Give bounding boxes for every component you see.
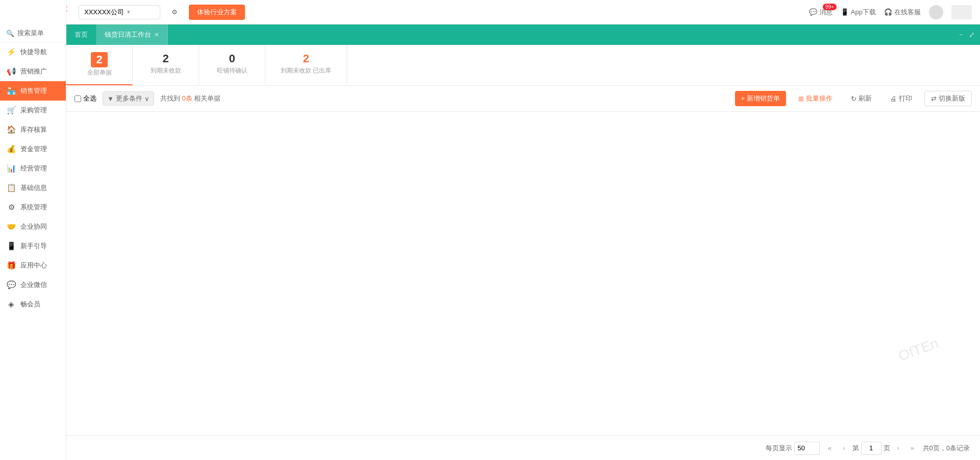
batch-icon: ⊞ <box>798 95 804 103</box>
sidebar-item-label: 营销推广 <box>20 67 47 76</box>
sidebar-item-cooperation[interactable]: 🤝企业协同 <box>0 217 66 236</box>
sidebar-item-sales[interactable]: 🏪销售管理 <box>0 81 66 101</box>
select-all-input[interactable] <box>75 95 81 102</box>
stat-label: 旺铺待确认 <box>217 66 248 75</box>
sidebar: 🔍 搜索菜单 ⚡快捷导航📢营销推广🏪销售管理🛒采购管理🏠库存核算💰资金管理📊经营… <box>0 0 66 460</box>
sidebar-item-label: 新手引导 <box>20 241 47 251</box>
sidebar-item-label: 畅会员 <box>20 300 40 309</box>
next-page-button[interactable]: › <box>892 442 904 454</box>
page-size-selector: 每页显示 <box>766 442 820 455</box>
sidebar-item-operation[interactable]: 📊经营管理 <box>0 159 66 178</box>
filter-button[interactable]: ▼ 更多条件 ∨ <box>103 91 154 106</box>
print-button[interactable]: 🖨 打印 <box>884 91 918 106</box>
refresh-icon: ↻ <box>851 95 856 103</box>
batch-operation-button[interactable]: ⊞ 批量操作 <box>792 91 839 106</box>
tab-label: 首页 <box>75 30 88 39</box>
sidebar-item-label: 系统管理 <box>20 203 47 212</box>
sidebar-item-inventory[interactable]: 🏠库存核算 <box>0 120 66 139</box>
system-icon: ⚙ <box>6 203 16 212</box>
sidebar-item-system[interactable]: ⚙系统管理 <box>0 198 66 217</box>
select-all-checkbox[interactable]: 全选 <box>75 94 96 103</box>
quick-nav-icon: ⚡ <box>6 47 16 57</box>
total-info: 共0页，0条记录 <box>923 444 970 453</box>
print-icon: 🖨 <box>890 95 897 103</box>
sidebar-item-quick-nav[interactable]: ⚡快捷导航 <box>0 42 66 62</box>
download-icon: 📱 <box>841 8 849 16</box>
finance-icon: 💰 <box>6 144 16 154</box>
content-area: 2全部单据2到期未收款0旺铺待确认2到期未收款 已出库 全选 ▼ 更多条件 ∨ … <box>66 45 980 460</box>
nav-tabs: 首页钱货日清工作台✕ － ⤢ <box>66 25 980 45</box>
inventory-icon: 🏠 <box>6 125 16 134</box>
table-area <box>66 112 980 398</box>
sales-icon: 🏪 <box>6 86 16 95</box>
header-right: 💬 消息 99+ 📱 App下载 🎧 在线客服 <box>809 5 972 19</box>
marketing-icon: 📢 <box>6 67 16 76</box>
chevron-down-icon: ▾ <box>127 9 130 15</box>
user-menu[interactable] <box>951 5 972 19</box>
apps-icon: 🎁 <box>6 261 16 270</box>
stat-tab-2[interactable]: 0旺铺待确认 <box>199 45 265 85</box>
sidebar-item-marketing[interactable]: 📢营销推广 <box>0 62 66 81</box>
pagination: 每页显示 « ‹ 第 页 › » 共0页，0条记录 <box>66 435 980 460</box>
main-content: 2全部单据2到期未收款0旺铺待确认2到期未收款 已出库 全选 ▼ 更多条件 ∨ … <box>66 45 980 460</box>
wechat-icon: 💬 <box>6 280 16 289</box>
settings-button[interactable]: ⚙ <box>166 4 183 20</box>
last-page-button[interactable]: » <box>906 442 919 454</box>
stat-number: 2 <box>91 52 107 67</box>
prev-page-button[interactable]: ‹ <box>838 442 850 454</box>
sidebar-item-purchase[interactable]: 🛒采购管理 <box>0 101 66 120</box>
tab-close-icon[interactable]: ✕ <box>154 31 159 38</box>
sidebar-item-label: 基础信息 <box>20 183 47 192</box>
nav-tab-actions: － ⤢ <box>952 25 980 45</box>
nav-tab-钱货日清工作台[interactable]: 钱货日清工作台✕ <box>96 25 168 45</box>
found-count: 0条 <box>182 94 192 102</box>
stat-tab-1[interactable]: 2到期未收款 <box>133 45 199 85</box>
stat-number: 2 <box>162 52 168 65</box>
app-download-button[interactable]: 📱 App下载 <box>841 8 876 17</box>
sidebar-item-label: 销售管理 <box>20 86 47 95</box>
sidebar-item-label: 经营管理 <box>20 164 47 173</box>
toolbar-right: + 新增销货单 ⊞ 批量操作 ↻ 刷新 🖨 打印 ⇄ 切换新版 <box>735 91 972 106</box>
nav-tab-首页[interactable]: 首页 <box>66 25 96 45</box>
refresh-button[interactable]: ↻ 刷新 <box>845 91 878 106</box>
page-size-label: 每页显示 <box>766 444 792 453</box>
sidebar-item-basic[interactable]: 📋基础信息 <box>0 178 66 198</box>
sidebar-item-finance[interactable]: 💰资金管理 <box>0 139 66 159</box>
sidebar-item-label: 库存核算 <box>20 125 47 134</box>
messages-button[interactable]: 💬 消息 99+ <box>809 8 832 17</box>
toolbar: 全选 ▼ 更多条件 ∨ 共找到 0条 相关单据 + 新增销货单 ⊞ 批量操作 <box>66 86 980 112</box>
current-page-input[interactable] <box>861 442 881 455</box>
switch-icon: ⇄ <box>931 95 937 103</box>
avatar[interactable] <box>929 5 943 19</box>
purchase-icon: 🛒 <box>6 106 16 115</box>
stat-label: 全部单据 <box>87 68 112 77</box>
page-label: 第 <box>852 444 859 453</box>
minimize-icon[interactable]: － <box>958 30 965 39</box>
page-size-input[interactable] <box>794 442 820 455</box>
message-icon: 💬 <box>809 8 817 16</box>
stat-tab-0[interactable]: 2全部单据 <box>66 45 133 85</box>
sidebar-item-member[interactable]: ◈畅会员 <box>0 295 66 314</box>
stat-number: 2 <box>303 52 309 65</box>
online-service-button[interactable]: 🎧 在线客服 <box>884 8 921 17</box>
stat-tab-3[interactable]: 2到期未收款 已出库 <box>265 45 347 85</box>
search-menu-button[interactable]: 🔍 搜索菜单 <box>0 25 66 42</box>
sidebar-item-label: 快捷导航 <box>20 47 47 57</box>
chevron-icon: ∨ <box>144 95 150 103</box>
select-all-label: 全选 <box>83 94 96 103</box>
sidebar-item-guide[interactable]: 📱新手引导 <box>0 236 66 256</box>
company-selector[interactable]: XXXXXX公司 ▾ <box>79 5 160 19</box>
sidebar-item-wechat[interactable]: 💬企业微信 <box>0 275 66 295</box>
sidebar-item-apps[interactable]: 🎁应用中心 <box>0 256 66 275</box>
page-nav: « ‹ 第 页 › » <box>824 442 919 455</box>
tab-label: 钱货日清工作台 <box>105 30 151 39</box>
operation-icon: 📊 <box>6 164 16 173</box>
add-sales-order-button[interactable]: + 新增销货单 <box>735 91 786 106</box>
trial-button[interactable]: 体验行业方案 <box>189 5 245 20</box>
first-page-button[interactable]: « <box>824 442 836 454</box>
stat-number: 0 <box>229 52 235 65</box>
maximize-icon[interactable]: ⤢ <box>969 31 975 39</box>
switch-version-button[interactable]: ⇄ 切换新版 <box>924 91 972 106</box>
sidebar-item-label: 采购管理 <box>20 106 47 115</box>
sidebar-item-label: 资金管理 <box>20 144 47 154</box>
